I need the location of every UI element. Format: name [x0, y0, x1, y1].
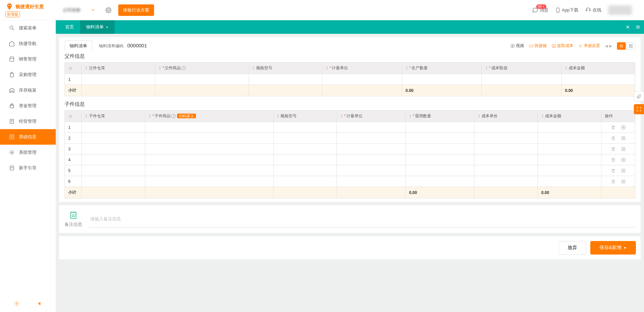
- add-row-icon[interactable]: [621, 168, 626, 173]
- more-icon[interactable]: [635, 24, 641, 30]
- col-gear[interactable]: [65, 63, 82, 74]
- delete-row-icon[interactable]: [611, 179, 616, 184]
- tab-bom[interactable]: 物料清单 ×: [80, 20, 115, 34]
- svg-rect-17: [40, 302, 41, 305]
- extract-cost-link[interactable]: 提取成本: [551, 43, 573, 49]
- brand-name: 畅捷通好生意: [16, 4, 44, 10]
- sidebar-item-basic[interactable]: 基础信息: [0, 129, 56, 145]
- close-icon[interactable]: ×: [106, 25, 108, 30]
- gear-small-icon[interactable]: [14, 301, 20, 307]
- gear-icon[interactable]: [105, 7, 112, 13]
- guide-icon: [9, 165, 15, 171]
- cta-button[interactable]: 体验行业方案: [118, 4, 154, 16]
- col-child-amount[interactable]: ▲▼成本金额: [538, 111, 601, 122]
- col-child-product[interactable]: ▲▼*子件商品?扫码录入: [145, 111, 273, 122]
- form-tab[interactable]: 物料清单: [65, 41, 92, 51]
- help-icon[interactable]: ?: [171, 114, 176, 118]
- view-card-button[interactable]: [626, 42, 635, 50]
- sidebar-item-inventory[interactable]: 库存核算: [0, 82, 56, 98]
- sidebar-item-sales[interactable]: 销售管理: [0, 51, 56, 67]
- help-icon[interactable]: ?: [181, 66, 186, 70]
- tab-home[interactable]: 首页: [59, 20, 80, 34]
- sidebar-item-quicknav[interactable]: 快捷导航: [0, 36, 56, 51]
- attachment-button[interactable]: [634, 91, 644, 101]
- col-parent-qty[interactable]: ▲▼*生产数量: [402, 63, 482, 74]
- col-child-unitcost[interactable]: ▲▼成本单价: [474, 111, 538, 122]
- header-right: 消息 99 + App下载 在线: [532, 5, 639, 15]
- table-row[interactable]: 3: [65, 144, 635, 154]
- svg-point-16: [16, 303, 18, 305]
- table-row[interactable]: 1: [65, 74, 635, 85]
- parent-table: ▲▼父件仓库 ▲▼*父件商品? ▲▼规格型号 ▲▼*计量单位 ▲▼*生产数量 ▲…: [65, 62, 635, 96]
- code-label: 物料清单编码: [99, 44, 123, 48]
- col-child-qty[interactable]: ▲▼*需用数量: [405, 111, 474, 122]
- logo-area[interactable]: 畅捷通好生意 标准版: [5, 3, 56, 17]
- col-child-spec[interactable]: ▲▼规格型号: [273, 111, 337, 122]
- col-parent-warehouse[interactable]: ▲▼父件仓库: [82, 63, 155, 74]
- delete-row-icon[interactable]: [611, 125, 616, 130]
- prev-icon[interactable]: ◀: [605, 44, 608, 48]
- video-link[interactable]: 视频: [510, 43, 524, 49]
- svg-rect-30: [629, 44, 630, 46]
- remark-section: 备注信息: [59, 205, 641, 233]
- sidebar-item-funds[interactable]: 资金管理: [0, 98, 56, 114]
- next-icon[interactable]: ▶: [609, 44, 612, 48]
- col-parent-product[interactable]: ▲▼*父件商品?: [155, 63, 249, 74]
- save-new-button[interactable]: 保存&新增 ▼: [590, 241, 636, 255]
- sidebar-item-system[interactable]: 系统管理: [0, 145, 56, 160]
- svg-point-3: [558, 11, 558, 11]
- col-child-unit[interactable]: ▲▼*计量单位: [337, 111, 405, 122]
- col-child-warehouse[interactable]: ▲▼子件仓库: [82, 111, 145, 122]
- add-row-icon[interactable]: [621, 179, 626, 184]
- table-row[interactable]: 6: [65, 176, 635, 187]
- table-row[interactable]: 5: [65, 165, 635, 176]
- scan-button[interactable]: 扫码录入: [177, 114, 196, 118]
- remark-input[interactable]: [89, 211, 635, 227]
- subtotal-row: 小计 0.00 0.00: [65, 85, 635, 96]
- close-all-icon[interactable]: [624, 23, 632, 31]
- add-row-icon[interactable]: [621, 147, 626, 151]
- messages-link[interactable]: 消息 99 +: [532, 7, 548, 13]
- svg-rect-32: [629, 46, 630, 48]
- table-row[interactable]: 1: [65, 122, 635, 133]
- company-select[interactable]: 公司名称: [63, 7, 112, 13]
- chevron-down-icon: ▼: [623, 246, 627, 250]
- brand-edition: 标准版: [5, 11, 20, 17]
- fullscreen-button[interactable]: [634, 104, 644, 114]
- delete-row-icon[interactable]: [611, 147, 616, 151]
- sidebar-item-business[interactable]: 经营管理: [0, 114, 56, 129]
- user-avatar[interactable]: [608, 5, 632, 15]
- download-link[interactable]: App下载: [555, 7, 578, 13]
- sidebar-label: 基础信息: [19, 134, 36, 140]
- delete-row-icon[interactable]: [611, 158, 616, 162]
- col-parent-amount[interactable]: ▲▼成本金额: [562, 63, 635, 74]
- sidebar-item-purchase[interactable]: 采购管理: [0, 67, 56, 82]
- col-parent-unit[interactable]: ▲▼*计量单位: [322, 63, 402, 74]
- search-icon: [9, 25, 15, 31]
- collapse-icon[interactable]: [36, 301, 42, 307]
- svg-rect-6: [10, 119, 14, 123]
- shortcut-link[interactable]: 快捷键: [529, 43, 547, 49]
- view-list-button[interactable]: [617, 42, 626, 50]
- download-label: App下载: [562, 7, 578, 13]
- add-row-icon[interactable]: [621, 125, 626, 130]
- delete-row-icon[interactable]: [611, 168, 616, 173]
- col-parent-costmethod[interactable]: ▲▼*成本取值: [482, 63, 562, 74]
- doc-settings-link[interactable]: 单据设置: [578, 43, 600, 49]
- col-parent-spec[interactable]: ▲▼规格型号: [249, 63, 322, 74]
- home-icon: [9, 41, 15, 47]
- support-link[interactable]: 在线: [585, 7, 601, 13]
- sidebar-item-search[interactable]: 搜索菜单: [0, 20, 56, 36]
- sidebar-item-guide[interactable]: 新手引导: [0, 160, 56, 176]
- table-row[interactable]: 4: [65, 154, 635, 165]
- add-row-icon[interactable]: [621, 136, 626, 141]
- discard-button[interactable]: 放弃: [559, 241, 586, 255]
- svg-point-34: [70, 68, 71, 69]
- top-header: 畅捷通好生意 标准版 公司名称 体验行业方案 消息 99 + App下载 在线: [0, 0, 644, 20]
- col-gear[interactable]: [65, 111, 82, 122]
- bag-icon: [9, 72, 15, 78]
- add-row-icon[interactable]: [621, 158, 626, 162]
- table-row[interactable]: 2: [65, 133, 635, 144]
- delete-row-icon[interactable]: [611, 136, 616, 141]
- chevron-down-icon: [91, 8, 95, 13]
